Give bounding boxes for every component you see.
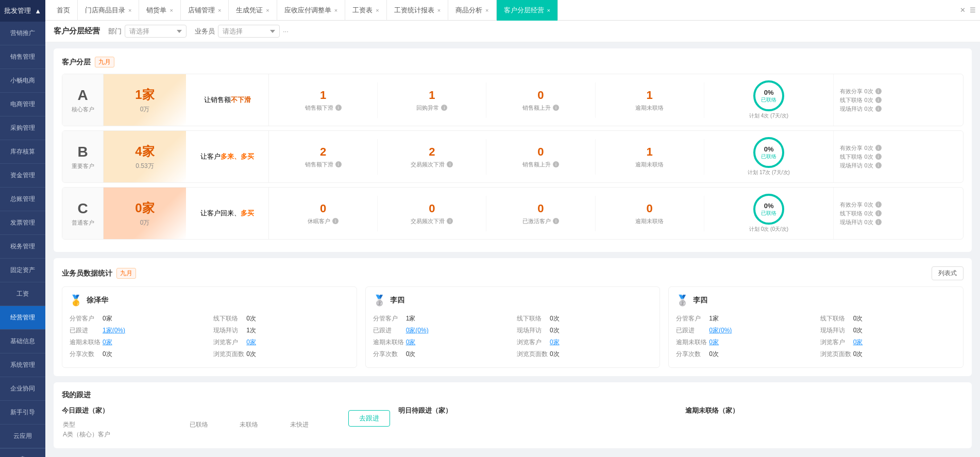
sidebar-item-yingxiao[interactable]: 营销推广 — [0, 22, 45, 45]
info-icon[interactable]: i — [875, 201, 882, 208]
sidebar-item-xitong[interactable]: 系统管理 — [0, 353, 45, 377]
tab-gongzibiao[interactable]: 工资表× — [345, 0, 386, 21]
tab-close-kehufenceng[interactable]: × — [547, 7, 550, 13]
medal-icon: 🥈 — [373, 294, 386, 307]
biz-stat-label: 逾期未联络 — [70, 338, 100, 347]
sidebar-item-fapiao[interactable]: 发票管理 — [0, 211, 45, 235]
info-icon[interactable]: i — [335, 105, 342, 111]
biz-stat-val[interactable]: 0家 — [246, 338, 256, 347]
sidebar-item-xiaodian[interactable]: 小畅电商 — [0, 69, 45, 93]
info-icon[interactable]: i — [875, 219, 882, 225]
tier-stat-num: 0 — [537, 202, 544, 215]
staff-name: 李四 — [693, 296, 707, 305]
biz-stat-val[interactable]: 0家(0%) — [709, 326, 732, 335]
tier-count[interactable]: 0家 — [135, 200, 154, 216]
tab-mendian[interactable]: 门店商品目录× — [78, 0, 139, 21]
sidebar-item-gongzi[interactable]: 工资 — [0, 282, 45, 306]
tab-kehufenceng[interactable]: 客户分层经营× — [497, 0, 558, 21]
sidebar-item-xinshouyindao[interactable]: 新手引导 — [0, 401, 45, 425]
sidebar-item-kucun[interactable]: 库存核算 — [0, 140, 45, 164]
tab-close-gongzibiao[interactable]: × — [376, 7, 379, 13]
page-title: 客户分层经营 — [54, 26, 100, 36]
tier-stats-c: 0 休眠客户i 0 交易频次下滑i 0 已激活客户i 0 逾期未联络 0% 已联… — [269, 188, 963, 239]
info-icon[interactable]: i — [447, 161, 453, 167]
tier-count[interactable]: 1家 — [135, 87, 154, 103]
list-view-button[interactable]: 列表式 — [932, 266, 964, 280]
biz-stat-val[interactable]: 0家 — [406, 338, 416, 347]
tab-xiaohuo[interactable]: 销货单× — [139, 0, 180, 21]
tier-count[interactable]: 4家 — [135, 143, 154, 160]
biz-stat-val[interactable]: 0家 — [550, 338, 560, 347]
info-icon[interactable]: i — [875, 97, 882, 103]
tab-gongzitongji[interactable]: 工资统计报表× — [387, 0, 448, 21]
tab-home[interactable]: 首页 — [49, 0, 78, 21]
sidebar-settings[interactable]: ⚙ — [0, 448, 45, 457]
info-icon[interactable]: i — [875, 106, 882, 112]
biz-stat-val[interactable]: 0家 — [103, 338, 112, 347]
biz-stat-label: 分享次数 — [70, 350, 100, 359]
tabbar-close-icon[interactable]: ✕ — [960, 6, 966, 14]
tab-dianguan[interactable]: 店铺管理× — [181, 0, 229, 21]
info-icon[interactable]: i — [441, 105, 447, 111]
biz-stat-val[interactable]: 0家 — [853, 338, 863, 347]
sidebar-item-zhangzhang[interactable]: 总账管理 — [0, 188, 45, 211]
sidebar-item-xiaoshou[interactable]: 销售管理 — [0, 45, 45, 69]
tab-yingshouyingfu[interactable]: 应收应付调整单× — [277, 0, 345, 21]
info-icon[interactable]: i — [447, 218, 453, 224]
staff-name: 徐泽华 — [87, 296, 108, 305]
sidebar-item-gudingzichan[interactable]: 固定资产 — [0, 259, 45, 282]
tomorrow-followup-title: 明日待跟进（家） — [398, 406, 677, 415]
info-icon[interactable]: i — [875, 154, 882, 160]
info-icon[interactable]: i — [875, 210, 882, 216]
tab-close-xiaohuo[interactable]: × — [170, 7, 173, 13]
tab-shangpinfenxi[interactable]: 商品分析× — [448, 0, 496, 21]
customer-tier-header: 客户分层 九月 — [62, 57, 964, 67]
followup-col-yiliangluo: 已联络 — [190, 420, 239, 429]
sidebar-item-qiyexieyong[interactable]: 企业协同 — [0, 377, 45, 401]
biz-stat-row: 已跟进 0家(0%) — [676, 325, 812, 336]
stat-circle: 0% 已联络 — [753, 137, 784, 168]
info-icon[interactable]: i — [553, 218, 559, 224]
sidebar-item-dianshang[interactable]: 电商管理 — [0, 93, 45, 116]
tier-stat-label: 销售额下滑i — [305, 104, 342, 112]
tab-close-shengcheng[interactable]: × — [266, 7, 269, 13]
biz-card-header: 🥈 李四 — [373, 294, 653, 307]
sidebar-item-jichu[interactable]: 基础信息 — [0, 330, 45, 353]
info-icon[interactable]: i — [875, 145, 882, 151]
biz-stat-val[interactable]: 1家(0%) — [103, 326, 125, 335]
biz-stat-row: 已跟进 1家(0%) — [70, 325, 205, 336]
tabbar-menu-icon[interactable]: ☰ — [970, 6, 976, 14]
sidebar-item-caigou[interactable]: 采购管理 — [0, 116, 45, 140]
biz-stat-val[interactable]: 0家(0%) — [406, 326, 429, 335]
sidebar-item-yunyingyong[interactable]: 云应用 — [0, 425, 45, 448]
biz-stat-row: 线下联络 0次 — [213, 313, 349, 325]
side-stat: 线下联络 0次 i — [840, 153, 881, 161]
sidebar-item-shuiwu[interactable]: 税务管理 — [0, 235, 45, 259]
sidebar-top[interactable]: 批发管理 ▲ — [0, 0, 45, 22]
info-icon[interactable]: i — [335, 161, 342, 167]
sidebar-item-zijin[interactable]: 资金管理 — [0, 164, 45, 188]
biz-card-header: 🥈 李四 — [676, 294, 956, 307]
sidebar-collapse-icon[interactable]: ▲ — [35, 7, 41, 15]
tab-shengcheng[interactable]: 生成凭证× — [229, 0, 277, 21]
biz-stat-row: 线下联络 0次 — [820, 313, 956, 325]
goto-followup-button[interactable]: 去跟进 — [348, 410, 390, 427]
biz-stat-val: 0次 — [246, 350, 256, 359]
info-icon[interactable]: i — [875, 88, 882, 94]
medal-icon: 🥈 — [676, 294, 689, 307]
tab-close-gongzitongji[interactable]: × — [437, 7, 441, 13]
more-options-icon[interactable]: ··· — [283, 27, 289, 35]
tab-close-dianguan[interactable]: × — [218, 7, 221, 13]
dept-select[interactable]: 请选择 — [125, 25, 187, 38]
info-icon[interactable]: i — [332, 218, 339, 224]
tab-close-mendian[interactable]: × — [128, 7, 131, 13]
biz-stat-row: 逾期未联络 0家 — [373, 336, 509, 348]
biz-stat-val[interactable]: 0家 — [709, 338, 719, 347]
sidebar-item-jingying[interactable]: 经营管理 — [0, 306, 45, 330]
tab-close-shangpinfenxi[interactable]: × — [485, 7, 488, 13]
tab-close-yingshouyingfu[interactable]: × — [334, 7, 337, 13]
staff-select[interactable]: 请选择 — [218, 25, 280, 38]
info-icon[interactable]: i — [553, 105, 559, 111]
info-icon[interactable]: i — [875, 162, 882, 168]
info-icon[interactable]: i — [553, 161, 559, 167]
